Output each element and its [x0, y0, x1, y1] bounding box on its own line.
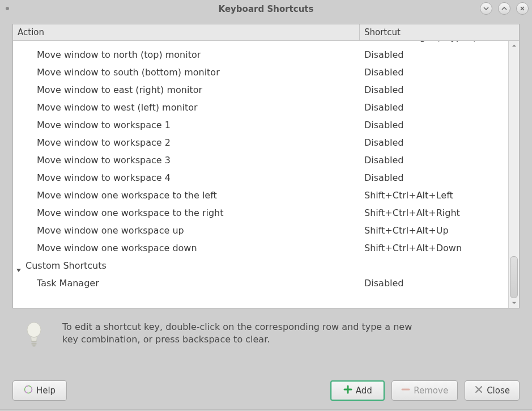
action-cell: Move window to east (right) monitor	[13, 81, 360, 99]
client-area: Action Shortcut Move window to center of…	[12, 24, 520, 401]
shortcut-cell: Disabled	[360, 151, 508, 169]
help-label: Help	[36, 385, 56, 396]
svg-rect-1	[31, 341, 36, 342]
action-cell: Move window to workspace 1	[13, 116, 360, 134]
action-cell: Move window one workspace down	[13, 239, 360, 257]
shortcut-cell: Disabled	[360, 46, 508, 63]
scroll-down-button[interactable]	[509, 298, 519, 308]
action-cell: Move window one workspace up	[13, 222, 360, 239]
keyboard-shortcuts-window: Keyboard Shortcuts Action Shortcut Move …	[0, 0, 532, 411]
list-header: Action Shortcut	[13, 24, 519, 41]
tip-area: To edit a shortcut key, double-click on …	[12, 319, 520, 350]
close-label: Close	[487, 385, 510, 396]
table-row[interactable]: Move window to south (bottom) monitorDis…	[13, 63, 508, 81]
list-body-wrap: Move window to center of screenCtrl+Alt+…	[13, 41, 519, 308]
maximize-button[interactable]	[498, 2, 510, 15]
window-controls	[480, 2, 529, 15]
shortcut-cell: Ctrl+Alt+Begin (keypad)	[360, 41, 508, 46]
column-header-shortcut[interactable]: Shortcut	[360, 24, 519, 40]
shortcut-cell: Disabled	[360, 169, 508, 187]
table-row[interactable]: Move window one workspace to the leftShi…	[13, 187, 508, 204]
action-cell: Move window to south (bottom) monitor	[13, 63, 360, 81]
table-row[interactable]: Move window to east (right) monitorDisab…	[13, 81, 508, 99]
bottom-divider	[0, 409, 532, 410]
shortcut-cell: Disabled	[360, 116, 508, 134]
vertical-scrollbar[interactable]	[508, 41, 519, 308]
table-row[interactable]: Move window one workspace upShift+Ctrl+A…	[13, 222, 508, 239]
shortcut-cell: Disabled	[360, 99, 508, 116]
action-cell: Move window to west (left) monitor	[13, 99, 360, 116]
action-cell: Move window to center of screen	[13, 41, 360, 46]
help-button[interactable]: Help	[12, 380, 67, 401]
table-row[interactable]: Move window to workspace 4Disabled	[13, 169, 508, 187]
remove-button: Remove	[391, 380, 458, 401]
plus-icon	[343, 385, 352, 396]
shortcut-cell: Shift+Ctrl+Alt+Right	[360, 204, 508, 222]
table-row[interactable]: Move window to north (top) monitorDisabl…	[13, 46, 508, 63]
group-row[interactable]: Custom Shortcuts	[13, 257, 508, 274]
action-cell: Move window to workspace 2	[13, 134, 360, 151]
table-row[interactable]: Move window to workspace 2Disabled	[13, 134, 508, 151]
help-icon	[24, 385, 33, 396]
button-bar: Help Add Remove Close	[12, 372, 520, 401]
table-row[interactable]: Move window to center of screenCtrl+Alt+…	[13, 41, 508, 46]
shortcut-cell: Disabled	[360, 63, 508, 81]
svg-point-0	[27, 323, 41, 337]
shortcut-cell: Disabled	[360, 81, 508, 99]
minus-icon	[401, 385, 410, 396]
shortcut-cell: Shift+Ctrl+Alt+Up	[360, 222, 508, 239]
column-header-action[interactable]: Action	[13, 24, 360, 40]
scrollbar-thumb[interactable]	[510, 256, 518, 298]
scroll-up-button[interactable]	[509, 41, 519, 50]
expander-icon[interactable]	[15, 262, 22, 279]
window-title: Keyboard Shortcuts	[219, 4, 314, 14]
close-button[interactable]: Close	[465, 380, 520, 401]
shortcut-cell: Disabled	[360, 134, 508, 151]
action-cell: Move window to workspace 3	[13, 151, 360, 169]
action-cell: Move window to workspace 4	[13, 169, 360, 187]
action-cell: Move window to north (top) monitor	[13, 46, 360, 63]
table-row[interactable]: Move window one workspace downShift+Ctrl…	[13, 239, 508, 257]
action-cell: Move window one workspace to the left	[13, 187, 360, 204]
shortcut-cell: Shift+Ctrl+Alt+Left	[360, 187, 508, 204]
close-window-button[interactable]	[516, 2, 529, 15]
table-row[interactable]: Move window to workspace 3Disabled	[13, 151, 508, 169]
add-button[interactable]: Add	[330, 380, 385, 401]
tip-text: To edit a shortcut key, double-click on …	[62, 321, 425, 345]
minimize-button[interactable]	[480, 2, 492, 15]
action-cell: Task Manager	[13, 274, 360, 292]
list-body: Move window to center of screenCtrl+Alt+…	[13, 41, 508, 308]
shortcut-cell: Disabled	[360, 274, 508, 292]
window-menu-dot[interactable]	[6, 7, 9, 10]
remove-label: Remove	[414, 385, 448, 396]
action-cell: Custom Shortcuts	[13, 257, 360, 274]
table-row[interactable]: Move window to workspace 1Disabled	[13, 116, 508, 134]
titlebar: Keyboard Shortcuts	[0, 0, 532, 18]
shortcut-cell	[360, 257, 508, 274]
shortcut-list: Action Shortcut Move window to center of…	[12, 24, 520, 308]
action-cell: Move window one workspace to the right	[13, 204, 360, 222]
svg-rect-3	[32, 345, 36, 347]
table-row[interactable]: Move window to west (left) monitorDisabl…	[13, 99, 508, 116]
svg-rect-2	[31, 343, 36, 345]
add-label: Add	[356, 385, 372, 396]
table-row[interactable]: Move window one workspace to the rightSh…	[13, 204, 508, 222]
shortcut-cell: Shift+Ctrl+Alt+Down	[360, 239, 508, 257]
table-row[interactable]: Task ManagerDisabled	[13, 274, 508, 292]
lightbulb-icon	[22, 321, 46, 350]
close-icon	[474, 385, 483, 396]
